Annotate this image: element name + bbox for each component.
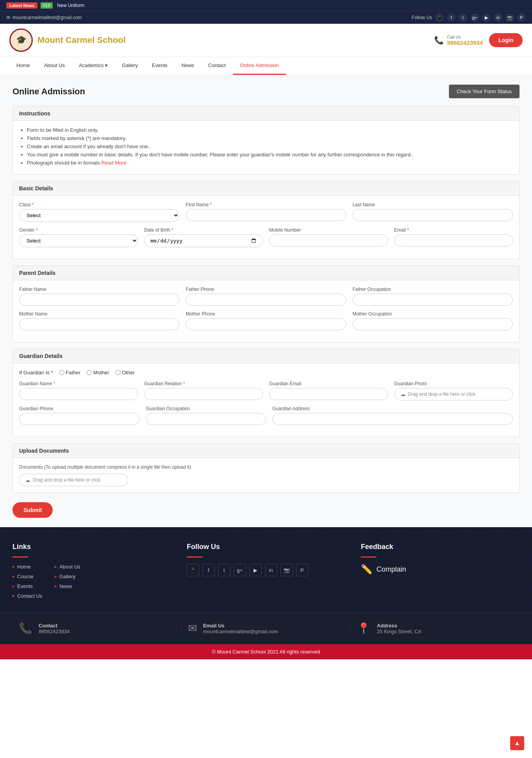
check-status-button[interactable]: Check Your Form Status <box>449 85 520 98</box>
guardian-father-option[interactable]: Father <box>59 370 81 375</box>
footer-linkedin-icon[interactable]: in <box>265 564 277 576</box>
logo: 🎓 Mount Carmel School <box>9 28 126 52</box>
first-name-group: First Name * <box>186 202 346 222</box>
guardian-other-option[interactable]: Other <box>115 370 135 375</box>
guardian-row-2: Guardian Phone Guardian Occupation Guard… <box>19 406 513 425</box>
footer-link-news[interactable]: News <box>55 583 80 589</box>
phone-footer-icon: 📞 <box>19 622 32 635</box>
father-name-label: Father Name <box>19 287 179 292</box>
footer-links-title: Links <box>12 543 171 551</box>
guardian-email-group: Guardian Email <box>269 381 388 400</box>
guardian-is-label: If Guardian Is * <box>19 370 53 375</box>
first-name-input[interactable] <box>186 209 346 221</box>
nav-home[interactable]: Home <box>9 57 37 75</box>
dob-input[interactable] <box>144 234 263 247</box>
footer-email-details: Email Us mountcarmelmailtest@gmail.com <box>203 623 278 634</box>
father-phone-input[interactable] <box>186 294 346 306</box>
father-occupation-label: Father Occupation <box>353 287 513 292</box>
parent-row-2: Mother Name Mother Phone Mother Occupati… <box>19 311 513 330</box>
follow-us-bar: Follow Us 📱 f t g+ ▶ in 📷 P <box>411 13 526 22</box>
whatsapp-icon-header[interactable]: 📱 <box>435 13 444 22</box>
last-name-label: Last Name <box>353 202 513 207</box>
footer-email-item: ✉ Email Us mountcarmelmailtest@gmail.com <box>182 622 351 635</box>
nav-online-admission[interactable]: Online Admission <box>233 57 286 75</box>
facebook-icon-header[interactable]: f <box>447 13 456 22</box>
phone-number: 89562423934 <box>447 39 483 46</box>
guardian-occupation-input[interactable] <box>146 413 266 425</box>
nav-contact[interactable]: Contact <box>201 57 233 75</box>
footer-follow-divider <box>187 556 202 558</box>
guardian-mother-radio[interactable] <box>87 370 92 375</box>
basic-details-header: Basic Details <box>13 181 519 196</box>
nav-gallery[interactable]: Gallery <box>115 57 145 75</box>
footer-email-value: mountcarmelmailtest@gmail.com <box>203 629 278 634</box>
footer-pinterest-icon[interactable]: P <box>296 564 309 576</box>
documents-drag-drop-text: Drag and drop a file here or click <box>33 477 100 483</box>
footer-twitter-icon[interactable]: t <box>218 564 231 576</box>
footer-instagram-icon[interactable]: 📷 <box>280 564 293 576</box>
email-input[interactable] <box>394 234 513 246</box>
upload-docs-icon: ☁ <box>25 477 30 483</box>
linkedin-icon-header[interactable]: in <box>494 13 502 22</box>
call-info: Call Us 89562423934 <box>447 35 483 46</box>
footer-link-home[interactable]: Home <box>12 564 42 570</box>
guardian-photo-upload[interactable]: ☁ Drag and drop a file here or click <box>394 388 513 400</box>
class-label: Class * <box>19 202 179 207</box>
youtube-icon-header[interactable]: ▶ <box>482 13 491 22</box>
guardian-relation-group: Guardian Relation * <box>144 381 263 400</box>
call-us: 📞 Call Us 89562423934 <box>434 35 483 46</box>
email-footer-icon: ✉ <box>188 622 197 635</box>
nav-news[interactable]: News <box>174 57 201 75</box>
documents-upload[interactable]: ☁ Drag and drop a file here or click <box>19 474 128 486</box>
nav-events[interactable]: Events <box>145 57 175 75</box>
last-name-input[interactable] <box>353 209 513 221</box>
guardian-mother-option[interactable]: Mother <box>87 370 109 375</box>
guardian-email-input[interactable] <box>269 388 388 400</box>
footer-contact-item: 📞 Contact 89562423934 <box>12 622 182 635</box>
instagram-icon-header[interactable]: 📷 <box>505 13 514 22</box>
gender-select[interactable]: Select Male Female <box>19 234 138 247</box>
mother-phone-input[interactable] <box>186 318 346 330</box>
page-header: Online Admission Check Your Form Status <box>12 85 520 98</box>
google-plus-icon-header[interactable]: g+ <box>470 13 479 22</box>
pinterest-icon-header[interactable]: P <box>517 13 526 22</box>
login-button[interactable]: Login <box>489 33 523 47</box>
guardian-name-input[interactable] <box>19 388 138 400</box>
guardian-father-radio[interactable] <box>59 370 64 375</box>
guardian-other-label: Other <box>122 370 135 375</box>
footer-link-course[interactable]: Course <box>12 574 42 579</box>
footer-link-about-us[interactable]: About Us <box>55 564 80 570</box>
father-occupation-input[interactable] <box>353 294 513 306</box>
mother-name-input[interactable] <box>19 318 179 330</box>
nav-about-us[interactable]: About Us <box>37 57 72 75</box>
footer-dark: Links Home Course Events Contact Us Abou… <box>0 527 532 612</box>
mother-occupation-input[interactable] <box>353 318 513 330</box>
upload-hint: Documents (To upload multiple document c… <box>19 464 513 470</box>
twitter-icon-header[interactable]: t <box>459 13 467 22</box>
guardian-address-input[interactable] <box>272 413 513 425</box>
guardian-other-radio[interactable] <box>115 370 121 375</box>
guardian-relation-input[interactable] <box>144 388 263 400</box>
footer-link-events[interactable]: Events <box>12 583 42 589</box>
class-select[interactable]: Select <box>19 209 179 222</box>
footer-link-gallery[interactable]: Gallery <box>55 574 80 579</box>
footer-link-contact-us[interactable]: Contact Us <box>12 593 42 599</box>
instructions-list: Form to be filled in English only. Field… <box>19 127 513 166</box>
guardian-type-row: If Guardian Is * Father Mother Other <box>19 370 513 375</box>
footer-whatsapp-icon[interactable]: 📱 <box>187 564 199 576</box>
nav-academics[interactable]: Academics ▾ <box>72 57 115 75</box>
upload-icon: ☁ <box>400 391 406 397</box>
mobile-input[interactable] <box>269 234 388 246</box>
read-more-link[interactable]: Read More <box>101 160 126 166</box>
complain-link[interactable]: ✏️ Complain <box>361 564 520 575</box>
father-name-input[interactable] <box>19 294 179 306</box>
guardian-photo-group: Guardian Photo ☁ Drag and drop a file he… <box>394 381 513 400</box>
guardian-phone-input[interactable] <box>19 413 140 425</box>
footer-facebook-icon[interactable]: f <box>202 564 215 576</box>
footer-follow-title: Follow Us <box>187 543 346 551</box>
footer-google-plus-icon[interactable]: g+ <box>234 564 246 576</box>
submit-button[interactable]: Submit <box>12 502 53 518</box>
basic-details-body: Class * Select First Name * Last Name Ge… <box>13 196 519 259</box>
footer-youtube-icon[interactable]: ▶ <box>249 564 262 576</box>
guardian-photo-label: Guardian Photo <box>394 381 513 386</box>
